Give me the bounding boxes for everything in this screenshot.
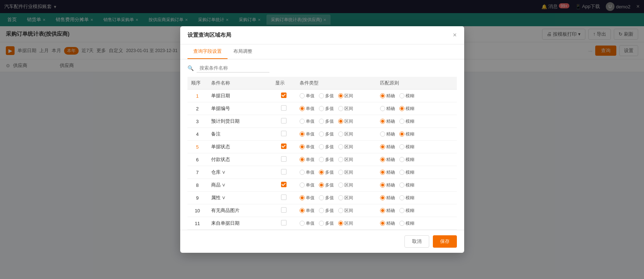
tab-query-fields-label: 查询字段设置 bbox=[193, 48, 222, 54]
tab-layout-label: 布局调整 bbox=[233, 48, 252, 54]
modal-tab-layout[interactable]: 布局调整 bbox=[228, 44, 258, 59]
modal-tabs: 查询字段设置 布局调整 bbox=[180, 44, 464, 59]
search-input[interactable] bbox=[197, 64, 269, 72]
modal: 设置查询区域布局 × 查询字段设置 布局调整 🔍 顺序 条件名称 bbox=[180, 26, 464, 72]
modal-tab-query-fields[interactable]: 查询字段设置 bbox=[187, 44, 228, 59]
modal-close-button[interactable]: × bbox=[453, 31, 457, 39]
modal-overlay: 设置查询区域布局 × 查询字段设置 布局调整 🔍 顺序 条件名称 bbox=[0, 0, 644, 72]
modal-header: 设置查询区域布局 × bbox=[180, 26, 464, 44]
search-icon: 🔍 bbox=[187, 65, 194, 71]
modal-search-bar: 🔍 bbox=[180, 59, 464, 72]
modal-title: 设置查询区域布局 bbox=[187, 32, 231, 39]
